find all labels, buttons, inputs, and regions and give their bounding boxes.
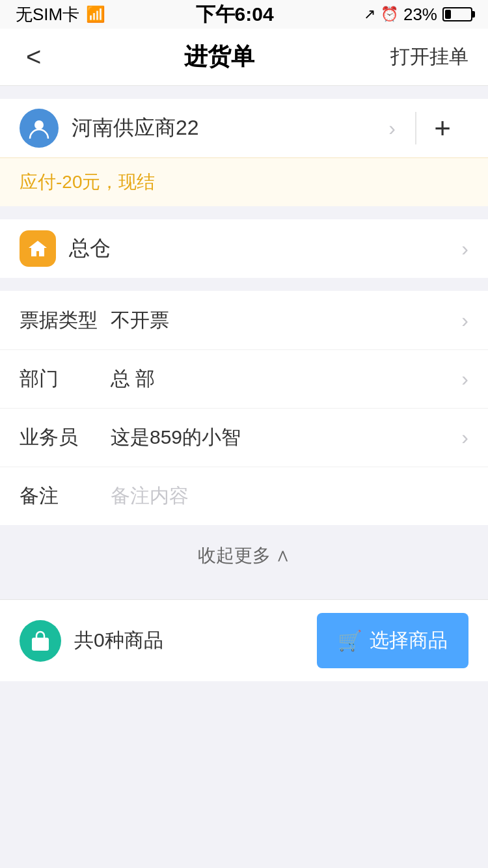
- supplier-row[interactable]: 河南供应商22 › +: [0, 99, 488, 157]
- supplier-section: 河南供应商22 › + 应付-20元，现结: [0, 99, 488, 206]
- battery-icon: [442, 7, 472, 21]
- time-label: 下午6:04: [196, 1, 274, 28]
- supplier-chevron-icon: ›: [388, 116, 396, 141]
- wifi-icon: 📶: [86, 5, 105, 23]
- warehouse-section: 总仓 ›: [0, 219, 488, 278]
- svg-rect-1: [32, 638, 49, 651]
- form-section: 票据类型 不开票 › 部门 总 部 › 业务员 这是859的小智 › 备注 备注…: [0, 291, 488, 525]
- remark-label: 备注: [20, 483, 111, 509]
- open-pending-button[interactable]: 打开挂单: [390, 44, 468, 70]
- salesperson-label: 业务员: [20, 424, 111, 451]
- status-left: 无SIM卡 📶: [16, 3, 105, 26]
- department-row[interactable]: 部门 总 部 ›: [0, 349, 488, 408]
- warehouse-chevron-icon: ›: [461, 237, 468, 261]
- section-gap-1: [0, 86, 488, 99]
- warehouse-icon: [20, 230, 56, 267]
- product-icon: [20, 620, 61, 662]
- salesperson-row[interactable]: 业务员 这是859的小智 ›: [0, 408, 488, 467]
- select-product-button[interactable]: 🛒 选择商品: [317, 613, 468, 668]
- select-btn-label: 选择商品: [370, 627, 448, 654]
- warehouse-row[interactable]: 总仓 ›: [0, 219, 488, 278]
- product-count-label: 共0种商品: [74, 627, 304, 654]
- salesperson-value: 这是859的小智: [111, 424, 461, 451]
- back-button[interactable]: <: [20, 36, 47, 78]
- section-gap-4: [0, 586, 488, 599]
- collapse-row[interactable]: 收起更多 ∧: [0, 525, 488, 586]
- alarm-icon: ⏰: [381, 6, 398, 23]
- supplier-avatar: [20, 109, 59, 148]
- remark-value: 备注内容: [111, 483, 468, 509]
- section-gap-3: [0, 278, 488, 291]
- nav-bar: < 进货单 打开挂单: [0, 29, 488, 86]
- location-icon: ↗: [364, 6, 375, 23]
- department-chevron-icon: ›: [461, 367, 468, 391]
- invoice-type-row[interactable]: 票据类型 不开票 ›: [0, 291, 488, 349]
- notice-text: 应付-20元，现结: [20, 172, 155, 192]
- invoice-type-value: 不开票: [111, 307, 461, 334]
- status-bar: 无SIM卡 📶 下午6:04 ↗ ⏰ 23%: [0, 0, 488, 29]
- invoice-type-chevron-icon: ›: [461, 308, 468, 332]
- empty-area: [0, 681, 488, 868]
- department-label: 部门: [20, 366, 111, 392]
- remark-row[interactable]: 备注 备注内容: [0, 467, 488, 525]
- section-gap-2: [0, 206, 488, 219]
- warehouse-name: 总仓: [69, 234, 461, 263]
- collapse-label: 收起更多 ∧: [198, 543, 291, 568]
- department-value: 总 部: [111, 366, 461, 392]
- invoice-type-label: 票据类型: [20, 307, 111, 334]
- page-title: 进货单: [184, 41, 254, 73]
- supplier-name: 河南供应商22: [72, 114, 388, 142]
- battery-percent: 23%: [403, 5, 437, 25]
- carrier-label: 无SIM卡: [16, 3, 79, 26]
- add-supplier-button[interactable]: +: [416, 99, 468, 157]
- status-right: ↗ ⏰ 23%: [364, 5, 472, 25]
- bottom-bar: 共0种商品 🛒 选择商品: [0, 599, 488, 681]
- salesperson-chevron-icon: ›: [461, 426, 468, 450]
- svg-point-0: [34, 120, 44, 129]
- select-btn-icon: 🛒: [338, 629, 362, 652]
- notice-bar: 应付-20元，现结: [0, 157, 488, 206]
